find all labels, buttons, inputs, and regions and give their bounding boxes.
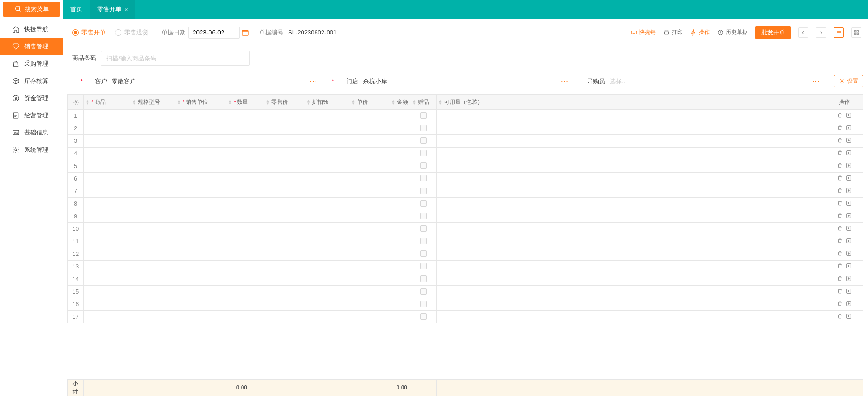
cell-unit[interactable]: [170, 286, 210, 298]
cell-amt[interactable]: [370, 273, 410, 286]
cell-unit[interactable]: [170, 298, 210, 311]
cell-disc[interactable]: [290, 135, 330, 148]
barcode-input[interactable]: [101, 51, 250, 66]
cell-disc[interactable]: [290, 311, 330, 323]
cell-qty[interactable]: [210, 173, 250, 185]
cell-spec[interactable]: [130, 198, 170, 210]
table-row[interactable]: 13: [68, 261, 863, 273]
cell-uprice[interactable]: [330, 160, 370, 173]
sidebar-item-7[interactable]: 系统管理: [0, 141, 63, 158]
settings-button[interactable]: 设置: [834, 75, 863, 87]
gift-checkbox[interactable]: [420, 250, 427, 257]
add-row-button[interactable]: [846, 162, 852, 168]
cell-spec[interactable]: [130, 273, 170, 286]
cell-gift[interactable]: [410, 223, 437, 235]
gift-checkbox[interactable]: [420, 162, 427, 169]
cell-qty[interactable]: [210, 261, 250, 273]
table-row[interactable]: 10: [68, 223, 863, 235]
cell-unit[interactable]: [170, 135, 210, 148]
cell-unit[interactable]: [170, 223, 210, 235]
add-row-button[interactable]: [846, 188, 852, 194]
cell-item[interactable]: [84, 223, 130, 235]
cell-spec[interactable]: [130, 110, 170, 122]
cell-qty[interactable]: [210, 223, 250, 235]
cell-disc[interactable]: [290, 148, 330, 160]
delete-row-button[interactable]: [837, 125, 843, 131]
sidebar-item-2[interactable]: 采购管理: [0, 55, 63, 72]
cell-disc[interactable]: [290, 235, 330, 248]
cell-item[interactable]: [84, 122, 130, 135]
cell-amt[interactable]: [370, 173, 410, 185]
cell-uprice[interactable]: [330, 185, 370, 198]
cell-gift[interactable]: [410, 235, 437, 248]
customer-field[interactable]: * 客户 零散客户 ···: [81, 77, 321, 86]
cell-uprice[interactable]: [330, 311, 370, 323]
cell-amt[interactable]: [370, 160, 410, 173]
cell-spec[interactable]: [130, 135, 170, 148]
add-row-button[interactable]: [846, 112, 852, 118]
cell-disc[interactable]: [290, 298, 330, 311]
customer-picker-icon[interactable]: ···: [307, 78, 321, 85]
delete-row-button[interactable]: [837, 250, 843, 256]
table-row[interactable]: 16: [68, 298, 863, 311]
cell-gift[interactable]: [410, 135, 437, 148]
cell-uprice[interactable]: [330, 198, 370, 210]
table-row[interactable]: 3: [68, 135, 863, 148]
cell-amt[interactable]: [370, 135, 410, 148]
cell-disc[interactable]: [290, 273, 330, 286]
cell-uprice[interactable]: [330, 135, 370, 148]
gift-checkbox[interactable]: [420, 188, 427, 194]
cell-item[interactable]: [84, 173, 130, 185]
cell-qty[interactable]: [210, 273, 250, 286]
add-row-button[interactable]: [846, 301, 852, 307]
gift-checkbox[interactable]: [420, 301, 427, 307]
cell-gift[interactable]: [410, 286, 437, 298]
store-picker-icon[interactable]: ···: [558, 78, 572, 85]
gift-checkbox[interactable]: [420, 275, 427, 282]
cell-spec[interactable]: [130, 148, 170, 160]
cell-unit[interactable]: [170, 210, 210, 223]
cell-item[interactable]: [84, 135, 130, 148]
delete-row-button[interactable]: [837, 112, 843, 118]
cell-spec[interactable]: [130, 298, 170, 311]
cell-uprice[interactable]: [330, 235, 370, 248]
cell-gift[interactable]: [410, 122, 437, 135]
cell-qty[interactable]: [210, 298, 250, 311]
table-row[interactable]: 17: [68, 311, 863, 323]
cell-unit[interactable]: [170, 235, 210, 248]
delete-row-button[interactable]: [837, 288, 843, 294]
cell-spec[interactable]: [130, 173, 170, 185]
list-view-button[interactable]: [834, 27, 844, 38]
gift-checkbox[interactable]: [420, 200, 427, 207]
delete-row-button[interactable]: [837, 313, 843, 319]
delete-row-button[interactable]: [837, 150, 843, 156]
cell-unit[interactable]: [170, 261, 210, 273]
cell-spec[interactable]: [130, 185, 170, 198]
next-button[interactable]: [816, 27, 826, 38]
cell-unit[interactable]: [170, 110, 210, 122]
cell-item[interactable]: [84, 210, 130, 223]
cell-disc[interactable]: [290, 261, 330, 273]
cell-amt[interactable]: [370, 311, 410, 323]
cell-amt[interactable]: [370, 210, 410, 223]
cell-unit[interactable]: [170, 122, 210, 135]
cell-unit[interactable]: [170, 248, 210, 261]
cell-item[interactable]: [84, 286, 130, 298]
cell-price[interactable]: [250, 122, 290, 135]
print-button[interactable]: 打印: [663, 28, 683, 36]
cell-unit[interactable]: [170, 185, 210, 198]
order-type-radio-0[interactable]: 零售开单: [72, 28, 106, 37]
cell-amt[interactable]: [370, 298, 410, 311]
cell-gift[interactable]: [410, 110, 437, 122]
cell-price[interactable]: [250, 173, 290, 185]
add-row-button[interactable]: [846, 137, 852, 143]
cell-price[interactable]: [250, 273, 290, 286]
gift-checkbox[interactable]: [420, 238, 427, 244]
gift-checkbox[interactable]: [420, 213, 427, 219]
cell-amt[interactable]: [370, 185, 410, 198]
add-row-button[interactable]: [846, 225, 852, 231]
cell-disc[interactable]: [290, 223, 330, 235]
guide-picker-icon[interactable]: ···: [809, 78, 823, 85]
cell-gift[interactable]: [410, 273, 437, 286]
calendar-icon[interactable]: [242, 29, 249, 36]
